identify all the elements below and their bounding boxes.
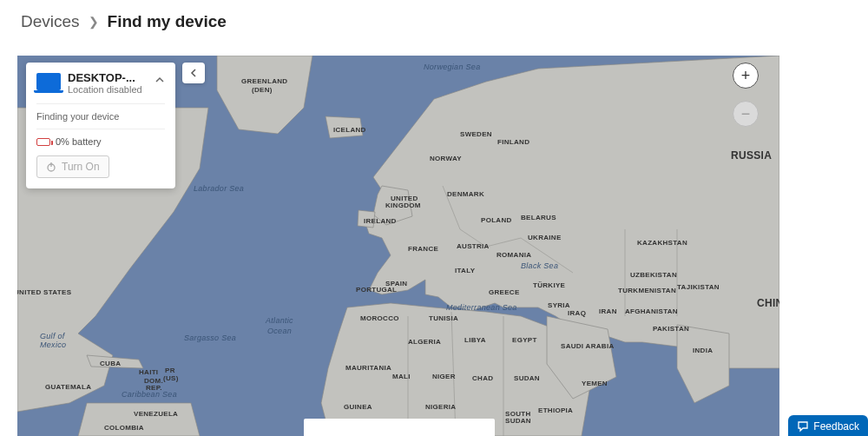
breadcrumb-root[interactable]: Devices <box>21 12 80 31</box>
laptop-icon <box>36 73 61 90</box>
device-card: DESKTOP-... Location disabled Finding yo… <box>26 63 175 188</box>
chevron-right-icon: ❯ <box>89 15 99 29</box>
turn-on-button[interactable]: Turn On <box>36 155 109 178</box>
breadcrumb-current: Find my device <box>108 12 227 31</box>
zoom-in-button[interactable]: + <box>733 63 759 89</box>
zoom-controls: + − <box>733 63 759 127</box>
chevron-up-icon[interactable] <box>155 75 165 88</box>
chat-icon <box>797 420 809 433</box>
zoom-out-button[interactable]: − <box>733 101 759 127</box>
power-icon <box>46 162 56 172</box>
device-name: DESKTOP-... <box>68 71 148 84</box>
feedback-button[interactable]: Feedback <box>788 415 868 436</box>
map-attribution-bar <box>304 419 495 436</box>
map-canvas[interactable]: GREENLAND(DEN)Norwegian SeaICELANDSWEDEN… <box>17 56 779 436</box>
battery-low-icon <box>36 138 50 146</box>
breadcrumb: Devices ❯ Find my device <box>0 0 868 47</box>
battery-text: 0% battery <box>56 136 102 147</box>
finding-status: Finding your device <box>36 103 165 129</box>
collapse-panel-button[interactable] <box>182 63 205 83</box>
device-location-status: Location disabled <box>68 84 148 95</box>
chevron-left-icon <box>189 69 198 77</box>
